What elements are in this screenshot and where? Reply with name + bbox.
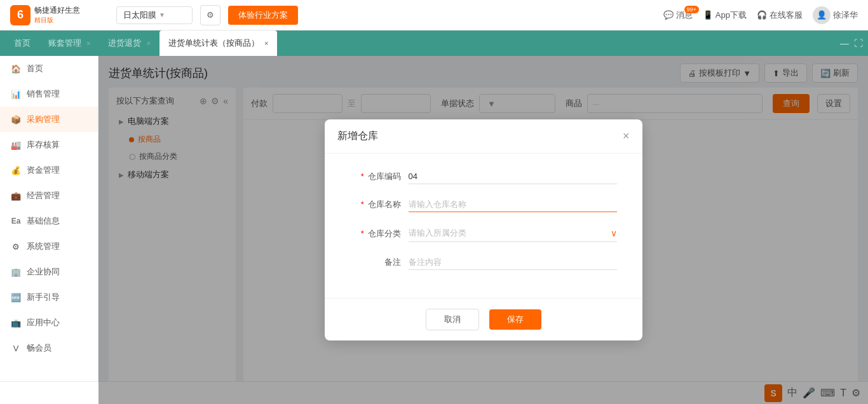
tab-close-account[interactable]: ×: [86, 39, 90, 47]
sidebar-item-enterprise[interactable]: 🏢 企业协同: [0, 259, 98, 285]
chevron-down-icon: ▼: [159, 11, 165, 18]
sidebar-item-vip[interactable]: V 畅会员: [0, 335, 98, 361]
sidebar-item-system[interactable]: ⚙ 系统管理: [0, 234, 98, 259]
tab-minimize-icon[interactable]: —: [840, 38, 849, 48]
note-label: 备注: [350, 257, 401, 268]
sidebar: 🏠 首页 📊 销售管理 📦 采购管理 🏭 库存核算 💰 资金管理 💼 经营管理 …: [0, 56, 98, 404]
message-icon: 💬: [663, 10, 674, 20]
sidebar-item-basic-info[interactable]: Ea 基础信息: [0, 208, 98, 234]
modal-close-icon[interactable]: ×: [623, 130, 630, 143]
modal-body: * 仓库编码 * 仓库名称 *: [325, 154, 642, 298]
online-service-item[interactable]: 🎧 在线客服: [757, 10, 803, 21]
box-icon: 📦: [10, 114, 22, 125]
avatar: 👤: [813, 6, 831, 24]
company-icon: 🏢: [10, 266, 22, 278]
phone-icon: 📱: [703, 10, 713, 20]
headset-icon: 🎧: [757, 10, 767, 20]
form-row-note: 备注: [350, 255, 617, 270]
warehouse-code-input[interactable]: [409, 169, 617, 184]
category-select[interactable]: 请输入所属分类 ∨: [409, 225, 617, 242]
save-button[interactable]: 保存: [489, 309, 541, 330]
code-label: * 仓库编码: [350, 171, 401, 182]
top-right-actions: 💬 消息 99+ 📱 App下载 🎧 在线客服 👤 徐泽华: [663, 6, 858, 24]
tab-account[interactable]: 账套管理 ×: [39, 30, 99, 56]
modal-footer: 取消 保存: [325, 298, 642, 340]
warehouse-name-input[interactable]: [409, 197, 617, 212]
tab-bar: 首页 账套管理 × 进货退货 × 进货单统计表（按商品） × — ⛶: [0, 30, 868, 56]
money-icon: 💰: [10, 165, 22, 176]
tab-home[interactable]: 首页: [5, 30, 39, 56]
category-select-arrow-icon: ∨: [611, 228, 617, 238]
category-label: * 仓库分类: [350, 228, 401, 239]
form-row-code: * 仓库编码: [350, 169, 617, 184]
sidebar-item-home[interactable]: 🏠 首页: [0, 56, 98, 81]
tab-expand-icon[interactable]: ⛶: [854, 38, 863, 48]
gear-icon: ⚙: [10, 241, 22, 252]
tab-purchase-stats[interactable]: 进货单统计表（按商品） ×: [159, 30, 277, 56]
user-menu[interactable]: 👤 徐泽华: [813, 6, 858, 24]
trial-button[interactable]: 体验行业方案: [228, 6, 298, 25]
form-row-category: * 仓库分类 请输入所属分类 ∨: [350, 225, 617, 242]
modal-overlay: 新增仓库 × * 仓库编码 * 仓库名称: [98, 56, 868, 404]
warehouse-icon: 🏭: [10, 139, 22, 151]
sidebar-item-finance[interactable]: 💰 资金管理: [0, 158, 98, 183]
store-selector[interactable]: 日太阳膜 ▼: [116, 6, 193, 24]
sidebar-item-operations[interactable]: 💼 经营管理: [0, 183, 98, 208]
sidebar-item-sales[interactable]: 📊 销售管理: [0, 81, 98, 107]
tab-purchase-return[interactable]: 进货退货 ×: [99, 30, 159, 56]
modal-title: 新增仓库: [337, 130, 378, 143]
sidebar-item-purchase[interactable]: 📦 采购管理: [0, 107, 98, 132]
app-download-item[interactable]: 📱 App下载: [703, 10, 747, 21]
briefcase-icon: 💼: [10, 190, 22, 201]
app-logo-icon: 6: [10, 5, 31, 25]
modal-new-warehouse: 新增仓库 × * 仓库编码 * 仓库名称: [325, 119, 642, 340]
logo-area: 6 畅捷通好生意 精目版: [10, 5, 109, 25]
apps-icon: 📺: [10, 317, 22, 328]
guide-icon: 🆕: [10, 292, 22, 303]
chart-icon: 📊: [10, 88, 22, 100]
home-icon: 🏠: [10, 63, 22, 74]
modal-header: 新增仓库 ×: [325, 119, 642, 154]
note-input[interactable]: [409, 255, 617, 270]
main-layout: 🏠 首页 📊 销售管理 📦 采购管理 🏭 库存核算 💰 资金管理 💼 经营管理 …: [0, 56, 868, 404]
form-row-name: * 仓库名称: [350, 197, 617, 212]
info-icon: Ea: [10, 215, 22, 227]
logo-text: 畅捷通好生意 精目版: [34, 5, 80, 25]
tab-close-purchase-stats[interactable]: ×: [264, 39, 268, 47]
sidebar-item-inventory[interactable]: 🏭 库存核算: [0, 132, 98, 158]
top-bar: 6 畅捷通好生意 精目版 日太阳膜 ▼ ⚙ 体验行业方案 💬 消息 99+ 📱 …: [0, 0, 868, 30]
cancel-button[interactable]: 取消: [426, 309, 479, 330]
notification-item[interactable]: 💬 消息 99+: [663, 10, 693, 21]
tab-close-purchase-return[interactable]: ×: [146, 39, 150, 47]
name-label: * 仓库名称: [350, 199, 401, 210]
settings-icon[interactable]: ⚙: [200, 5, 220, 25]
vip-icon: V: [10, 342, 22, 354]
page-content: 进货单统计(按商品) 🖨 按模板打印 ▼ ⬆ 导出 🔄 刷新: [98, 56, 868, 404]
tab-bar-actions: — ⛶: [840, 38, 863, 48]
sidebar-item-guide[interactable]: 🆕 新手引导: [0, 285, 98, 310]
sidebar-item-apps[interactable]: 📺 应用中心: [0, 310, 98, 335]
